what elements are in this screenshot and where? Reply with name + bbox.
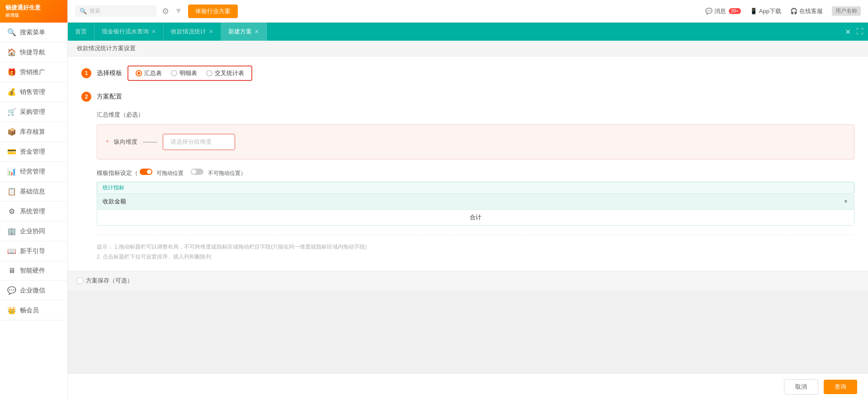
support-item[interactable]: 🎧 在线客服 xyxy=(790,7,823,15)
tab-close-receipt-stats[interactable]: ✕ xyxy=(209,28,213,35)
save-checkbox-item[interactable]: 方案保存（可选） xyxy=(77,277,133,285)
user-avatar[interactable]: 用户名称 xyxy=(832,6,861,16)
sidebar-item-label: 经营管理 xyxy=(20,168,45,176)
trial-button[interactable]: 体验行业方案 xyxy=(188,5,238,18)
finance-icon: 💳 xyxy=(7,147,16,156)
metrics-table: 收款金额 ▼ 合计 xyxy=(97,193,854,226)
non-draggable-toggle xyxy=(191,169,203,175)
sidebar-item-marketing[interactable]: 🎁 营销推广 xyxy=(0,62,67,82)
sidebar-item-inventory[interactable]: 📦 库存核算 xyxy=(0,122,67,142)
notification-item[interactable]: 💬 消息 99+ xyxy=(705,7,741,15)
tab-receipt-stats[interactable]: 收款情况统计 ✕ xyxy=(164,23,221,41)
sidebar-item-system[interactable]: ⚙ 系统管理 xyxy=(0,202,67,221)
header: 🔍 搜索 ⚙ ▼ 体验行业方案 💬 消息 99+ 📱 App下载 🎧 在线客服 … xyxy=(68,0,868,23)
tab-new-plan[interactable]: 新建方案 ✕ xyxy=(221,23,267,41)
inventory-icon: 📦 xyxy=(7,127,16,136)
step1-badge: 1 xyxy=(81,68,91,78)
system-icon: ⚙ xyxy=(7,207,16,216)
sidebar-item-basic-info[interactable]: 📋 基础信息 xyxy=(0,182,67,202)
enterprise-icon: 🏢 xyxy=(7,227,16,235)
notification-badge: 99+ xyxy=(729,8,741,14)
radio-detail[interactable]: 明细表 xyxy=(171,69,197,77)
save-section: 方案保存（可选） xyxy=(68,271,868,290)
purchase-icon: 🛒 xyxy=(7,108,16,116)
save-checkbox[interactable] xyxy=(77,278,83,284)
download-item[interactable]: 📱 App下载 xyxy=(750,7,781,15)
sidebar-item-hardware[interactable]: 🖥 智能硬件 xyxy=(0,261,67,281)
sidebar: 畅捷通好生意 标准版 🔍 搜索菜单 🏠 快捷导航 🎁 营销推广 💰 销售管理 🛒… xyxy=(0,0,68,400)
sidebar-item-finance[interactable]: 💳 资金管理 xyxy=(0,142,67,162)
sidebar-item-search-menu[interactable]: 🔍 搜索菜单 xyxy=(0,23,67,42)
sidebar-item-label: 智能硬件 xyxy=(20,267,45,275)
form-area: 1 选择模板 汇总表 明细表 交叉统计表 xyxy=(68,56,868,271)
metrics-row-total: 合计 xyxy=(97,210,854,225)
page-content: 收款情况统计方案设置 1 选择模板 汇总表 明细表 xyxy=(68,41,868,373)
guide-icon: 📖 xyxy=(7,247,16,255)
sidebar-item-label: 基础信息 xyxy=(20,188,45,196)
required-marker: * xyxy=(106,139,108,146)
sidebar-item-guide[interactable]: 📖 新手引导 xyxy=(0,241,67,261)
tab-close-new-plan[interactable]: ✕ xyxy=(255,28,259,35)
tab-close-bank-flow[interactable]: ✕ xyxy=(151,28,156,35)
dimension-title: 汇总维度（必选） xyxy=(97,111,854,119)
sidebar-item-label: 系统管理 xyxy=(20,207,45,216)
query-button[interactable]: 查询 xyxy=(824,380,857,394)
search-placeholder: 搜索 xyxy=(90,7,100,15)
operation-icon: 📊 xyxy=(7,167,16,176)
radio-summary[interactable]: 汇总表 xyxy=(136,69,162,77)
step1-label: 选择模板 xyxy=(97,69,122,77)
tip-1: 提示： 1.拖动标题栏可以调整布局，不可跨维度或指标区域拖动栏目字段(只能在同一… xyxy=(97,242,854,252)
support-icon: 🎧 xyxy=(790,8,797,14)
sidebar-item-sales[interactable]: 💰 销售管理 xyxy=(0,82,67,102)
cancel-button[interactable]: 取消 xyxy=(784,379,818,395)
search-icon: 🔍 xyxy=(80,8,87,14)
logo-text: 畅捷通好生意 xyxy=(5,4,41,11)
sidebar-item-label: 搜索菜单 xyxy=(20,28,45,37)
sidebar-item-member[interactable]: 👑 畅会员 xyxy=(0,301,67,320)
download-icon: 📱 xyxy=(750,8,757,14)
chevron-down-icon: ▼ xyxy=(843,198,849,205)
step2-label: 方案配置 xyxy=(97,93,122,101)
sidebar-item-label: 新手引导 xyxy=(20,247,45,255)
tab-bank-flow[interactable]: 现金银行流水查询 ✕ xyxy=(94,23,164,41)
sidebar-item-label: 库存核算 xyxy=(20,128,45,136)
metrics-row-amount[interactable]: 收款金额 ▼ xyxy=(97,194,854,210)
draggable-toggle xyxy=(140,169,152,175)
vertical-dimension-label: 纵向维度 xyxy=(114,138,137,146)
dimension-area: * 纵向维度 —— 请选择分组维度 xyxy=(97,124,854,160)
expand-icon[interactable]: ⛶ xyxy=(856,28,863,36)
metrics-grid: 统计指标 收款金额 ▼ 合计 xyxy=(97,182,854,226)
tips-section: 提示： 1.拖动标题栏可以调整布局，不可跨维度或指标区域拖动栏目字段(只能在同一… xyxy=(97,235,854,262)
metrics-header: 模板指标设定（ 可拖动位置 不可拖动位置） xyxy=(97,169,854,177)
sales-icon: 💰 xyxy=(7,88,16,96)
template-selector: 汇总表 明细表 交叉统计表 xyxy=(127,66,252,81)
home-icon: 🏠 xyxy=(7,48,16,56)
sidebar-item-operation[interactable]: 📊 经营管理 xyxy=(0,162,67,182)
dimension-select[interactable]: 请选择分组维度 xyxy=(163,134,235,150)
sidebar-item-label: 销售管理 xyxy=(20,88,45,96)
radio-summary-circle xyxy=(136,70,142,76)
radio-cross[interactable]: 交叉统计表 xyxy=(206,69,244,77)
close-tab-ctrl-icon[interactable]: ✕ xyxy=(845,28,851,36)
settings-icon[interactable]: ⚙ xyxy=(162,6,169,16)
sidebar-item-enterprise[interactable]: 🏢 企业协同 xyxy=(0,221,67,241)
sidebar-item-wechat[interactable]: 💬 企业微信 xyxy=(0,281,67,301)
radio-detail-circle xyxy=(171,70,177,76)
logo: 畅捷通好生意 标准版 xyxy=(0,0,67,23)
sidebar-item-label: 快捷导航 xyxy=(20,48,45,56)
member-icon: 👑 xyxy=(7,306,16,315)
config-area: 汇总维度（必选） * 纵向维度 —— 请选择分组维度 xyxy=(97,111,854,262)
metrics-section: 模板指标设定（ 可拖动位置 不可拖动位置） 统计指标 收款金额 ▼ xyxy=(97,169,854,226)
header-search-box[interactable]: 🔍 搜索 xyxy=(75,5,156,17)
arrow-icon: —— xyxy=(143,138,157,146)
tip-2: 2. 点击标题栏下拉可设置排序、插入列和删除列 xyxy=(97,252,854,262)
tab-home[interactable]: 首页 xyxy=(68,23,94,41)
gift-icon: 🎁 xyxy=(7,68,16,76)
breadcrumb: 收款情况统计方案设置 xyxy=(68,41,868,56)
radio-cross-circle xyxy=(206,70,212,76)
sidebar-item-purchase[interactable]: 🛒 采购管理 xyxy=(0,102,67,122)
chevron-down-icon: ▼ xyxy=(175,6,183,16)
sidebar-item-quick-nav[interactable]: 🏠 快捷导航 xyxy=(0,42,67,62)
action-bar: 取消 查询 xyxy=(68,373,868,400)
sidebar-item-label: 企业协同 xyxy=(20,227,45,235)
